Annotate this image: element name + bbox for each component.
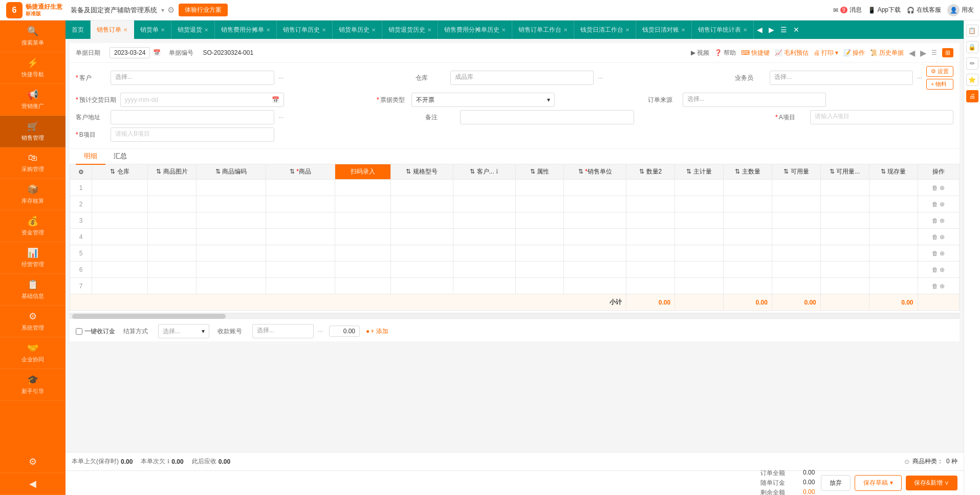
col-unit[interactable]: ⇅ *销售单位 [564,164,626,180]
discard-button[interactable]: 放弃 [821,475,851,491]
tab-close-icon[interactable]: ✕ [502,27,506,33]
right-panel-btn-5[interactable]: 🖨 [966,90,978,102]
copy-icon[interactable]: ⊕ [940,250,945,257]
sidebar-item-purchase[interactable]: 🛍 采购管理 [0,147,66,179]
cell-code[interactable] [197,229,266,245]
right-panel-btn-2[interactable]: 🔒 [966,41,978,53]
cell-qty2[interactable] [626,245,675,262]
tab-close-icon[interactable]: ✕ [322,27,326,33]
sidebar-item-quicknav[interactable]: ⚡ 快捷导航 [0,52,66,84]
cell-attr[interactable] [515,278,564,294]
cell-goods[interactable] [266,196,335,212]
tab-close-icon[interactable]: ✕ [372,27,376,33]
history-btn[interactable]: 📜 历史单据 [870,49,904,57]
cell-main-unit[interactable] [675,229,724,245]
cell-available2[interactable] [820,278,869,294]
col-stock[interactable]: ⇅ 现存量 [869,164,918,180]
cell-main-qty[interactable] [724,180,772,196]
tab-daily-workbench[interactable]: 钱货日清工作台 ✕ [574,20,636,39]
cell-stock[interactable] [869,180,918,196]
list-view-icon[interactable]: ☰ [931,49,937,56]
help-btn[interactable]: ❓ 帮助 [714,49,736,57]
print-btn[interactable]: 🖨 打印 ▾ [814,49,838,57]
tab-order-stats[interactable]: 销售订单统计表 ✕ [692,20,754,39]
cell-stock[interactable] [869,245,918,262]
tab-close-icon[interactable]: ✕ [681,27,685,33]
copy-icon[interactable]: ⊕ [940,201,945,208]
cell-main-unit[interactable] [675,262,724,278]
tab-detail[interactable]: 明细 [76,148,105,165]
cell-goods[interactable] [266,229,335,245]
sidebar-item-collapse[interactable]: ◀ [0,473,66,495]
right-panel-btn-3[interactable]: ✏ [966,57,978,70]
cell-available[interactable] [772,262,820,278]
cell-warehouse[interactable] [92,212,147,229]
cell-goods[interactable] [266,180,335,196]
cell-warehouse[interactable] [92,180,147,196]
cell-goods[interactable] [266,262,335,278]
save-new-button[interactable]: 保存&新增 ∨ [906,476,957,490]
checkout-checkbox-input[interactable] [76,328,82,335]
tab-fee-split-history[interactable]: 销售费用分摊单历史 ✕ [438,20,512,39]
cell-available[interactable] [772,196,820,212]
cell-qty2[interactable] [626,196,675,212]
cell-spec[interactable] [390,229,453,245]
tab-close-icon[interactable]: ✕ [563,27,568,33]
cell-unit[interactable] [564,245,626,262]
col-customer-code[interactable]: ⇅ 客户... ℹ [453,164,515,180]
app-download-btn[interactable]: 📱 App下载 [868,6,901,14]
cell-warehouse[interactable] [92,278,147,294]
right-panel-btn-1[interactable]: 📋 [966,25,978,37]
cell-attr[interactable] [515,229,564,245]
cell-qty2[interactable] [626,278,675,294]
cell-stock[interactable] [869,229,918,245]
sidebar-item-enterprise[interactable]: 🤝 企业协同 [0,337,66,369]
one-key-checkout-checkbox[interactable]: 一键收订金 [76,327,115,336]
cell-available2[interactable] [820,229,869,245]
tab-order-history[interactable]: 销售订单历史 ✕ [277,20,333,39]
table-scrollbar[interactable] [70,313,960,319]
warehouse-input[interactable]: 成品库 [450,71,594,85]
delete-icon[interactable]: 🗑 [932,250,938,257]
order-source-input[interactable]: 选择... [683,93,826,107]
tab-close-icon[interactable]: ✕ [123,27,127,33]
col-settings[interactable]: ⚙ [70,164,92,180]
cell-customer-code[interactable] [453,229,515,245]
tab-summary[interactable]: 汇总 [105,148,135,164]
tab-close-icon[interactable]: ✕ [161,27,165,33]
cell-customer-code[interactable] [453,196,515,212]
receipt-input[interactable]: 选择... [252,324,314,338]
settings-icon[interactable]: ⚙ [167,5,175,15]
tab-invoice-history[interactable]: 销货单历史 ✕ [333,20,382,39]
tab-sales-invoice[interactable]: 销货单 ✕ [134,20,171,39]
cell-qty2[interactable] [626,212,675,229]
cell-main-qty[interactable] [724,262,772,278]
delete-icon[interactable]: 🗑 [932,201,938,208]
cell-code[interactable] [197,245,266,262]
shortcut-btn[interactable]: ⌨ 快捷键 [741,49,770,57]
system-dropdown-icon[interactable]: ▾ [161,7,164,14]
col-main-unit[interactable]: ⇅ 主计量 [675,164,724,180]
tab-prev-icon[interactable]: ◀ [754,26,766,34]
sidebar-item-operations[interactable]: 📊 经营管理 [0,242,66,274]
cell-code[interactable] [197,212,266,229]
cell-customer-code[interactable] [453,180,515,196]
cell-spec[interactable] [390,196,453,212]
sidebar-item-settings[interactable]: ⚙ [0,451,66,473]
tab-next-icon[interactable]: ▶ [766,26,777,34]
cell-main-unit[interactable] [675,196,724,212]
cell-unit[interactable] [564,278,626,294]
cell-qty2[interactable] [626,229,675,245]
tab-sales-order[interactable]: 销售订单 ✕ [91,20,134,39]
col-available2[interactable]: ⇅ 可用量... [820,164,869,180]
tab-home[interactable]: 首页 [66,20,91,39]
cell-spec[interactable] [390,245,453,262]
save-draft-button[interactable]: 保存草稿 ▾ [855,475,901,491]
grid-view-icon[interactable]: ⊞ [942,48,953,57]
tab-menu-icon[interactable]: ☰ [777,26,790,34]
delete-icon[interactable]: 🗑 [932,233,938,241]
sidebar-item-system[interactable]: ⚙ 系统管理 [0,306,66,337]
delete-icon[interactable]: 🗑 [932,283,938,290]
copy-icon[interactable]: ⊕ [940,233,945,241]
col-qty2[interactable]: ⇅ 数量2 [626,164,675,180]
